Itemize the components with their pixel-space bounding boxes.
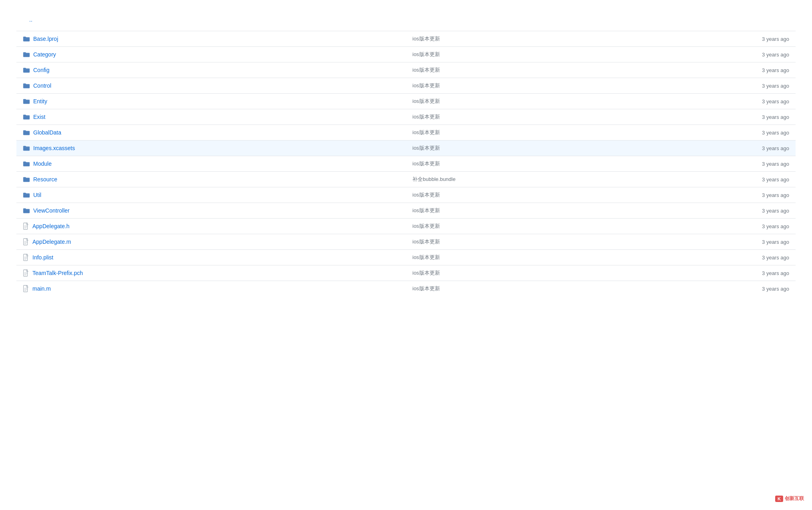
commit-time: 3 years ago [679,141,796,156]
page-container: .. Base.lproj ios版本更新 3 years ago Catego… [0,8,812,297]
table-row: Control ios版本更新 3 years ago [16,78,796,94]
commit-message: ios版本更新 [406,141,679,156]
file-link[interactable]: main.m [32,285,51,292]
file-name-cell: AppDelegate.h [16,219,406,234]
parent-link[interactable]: .. [23,12,789,27]
file-name-cell: Entity [16,94,406,109]
file-name-cell: Exist [16,109,406,125]
commit-message: ios版本更新 [406,94,679,109]
commit-message: ios版本更新 [406,281,679,297]
svg-rect-8 [24,254,28,261]
table-row: Config ios版本更新 3 years ago [16,62,796,78]
file-icon [23,254,29,261]
table-row: Module ios版本更新 3 years ago [16,156,796,172]
table-row: AppDelegate.m ios版本更新 3 years ago [16,234,796,250]
folder-icon [23,83,30,88]
file-link[interactable]: Control [33,82,51,89]
commit-time: 3 years ago [679,265,796,281]
file-link[interactable]: GlobalData [33,129,61,136]
commit-message: ios版本更新 [406,62,679,78]
file-name-cell: GlobalData [16,125,406,141]
table-row: TeamTalk-Prefix.pch ios版本更新 3 years ago [16,265,796,281]
commit-time: 3 years ago [679,125,796,141]
file-name-cell: Info.plist [16,250,406,265]
commit-time: 3 years ago [679,31,796,47]
file-link[interactable]: Resource [33,176,57,183]
commit-message: 补全bubble.bundle [406,172,679,187]
file-name-cell: Module [16,156,406,172]
commit-message: ios版本更新 [406,265,679,281]
folder-icon [23,177,30,182]
file-link[interactable]: Config [33,67,49,73]
file-link[interactable]: AppDelegate.m [32,239,71,245]
commit-message: ios版本更新 [406,250,679,265]
commit-time: 3 years ago [679,47,796,62]
file-icon [23,238,29,245]
commit-message: ios版本更新 [406,219,679,234]
file-icon [23,223,29,230]
file-table: .. Base.lproj ios版本更新 3 years ago Catego… [16,8,796,297]
table-row: Util ios版本更新 3 years ago [16,187,796,203]
folder-icon [23,192,30,198]
svg-rect-4 [24,239,28,245]
file-name-cell: Category [16,47,406,62]
commit-time: 3 years ago [679,109,796,125]
folder-icon [23,67,30,73]
folder-icon [23,114,30,120]
commit-time: 3 years ago [679,172,796,187]
file-link[interactable]: ViewController [33,207,70,214]
file-link[interactable]: Module [33,161,52,167]
file-name-cell: main.m [16,281,406,297]
file-link[interactable]: AppDelegate.h [32,223,70,229]
commit-message: ios版本更新 [406,78,679,94]
folder-icon [23,98,30,104]
file-icon [23,285,29,292]
commit-time: 3 years ago [679,156,796,172]
table-row: Resource 补全bubble.bundle 3 years ago [16,172,796,187]
table-row: Category ios版本更新 3 years ago [16,47,796,62]
file-link[interactable]: Util [33,192,41,198]
table-row: main.m ios版本更新 3 years ago [16,281,796,297]
commit-message: ios版本更新 [406,47,679,62]
file-name-cell: Config [16,62,406,78]
commit-message: ios版本更新 [406,31,679,47]
table-row: GlobalData ios版本更新 3 years ago [16,125,796,141]
commit-time: 3 years ago [679,187,796,203]
table-row: Info.plist ios版本更新 3 years ago [16,250,796,265]
file-name-cell: Util [16,187,406,203]
file-link[interactable]: Images.xcassets [33,145,75,151]
commit-message: ios版本更新 [406,109,679,125]
folder-icon [23,145,30,151]
parent-row: .. [16,8,796,31]
commit-message: ios版本更新 [406,203,679,219]
commit-time: 3 years ago [679,94,796,109]
file-name-cell: Base.lproj [16,31,406,47]
file-link[interactable]: TeamTalk-Prefix.pch [32,270,83,276]
folder-icon [23,130,30,135]
commit-message: ios版本更新 [406,156,679,172]
svg-rect-12 [24,270,28,276]
folder-icon [23,161,30,167]
table-row: ViewController ios版本更新 3 years ago [16,203,796,219]
table-row: AppDelegate.h ios版本更新 3 years ago [16,219,796,234]
commit-time: 3 years ago [679,78,796,94]
svg-rect-0 [24,223,28,229]
file-link[interactable]: Base.lproj [33,36,58,42]
file-link[interactable]: Entity [33,98,47,104]
file-link[interactable]: Info.plist [32,254,53,261]
commit-time: 3 years ago [679,234,796,250]
folder-icon [23,208,30,213]
file-name-cell: TeamTalk-Prefix.pch [16,265,406,281]
commit-time: 3 years ago [679,62,796,78]
commit-time: 3 years ago [679,250,796,265]
file-link[interactable]: Category [33,51,56,58]
folder-icon [23,36,30,42]
svg-rect-16 [24,285,28,292]
file-name-cell: ViewController [16,203,406,219]
commit-message: ios版本更新 [406,187,679,203]
commit-time: 3 years ago [679,219,796,234]
commit-time: 3 years ago [679,203,796,219]
file-name-cell: AppDelegate.m [16,234,406,250]
file-link[interactable]: Exist [33,114,45,120]
file-name-cell: Resource [16,172,406,187]
